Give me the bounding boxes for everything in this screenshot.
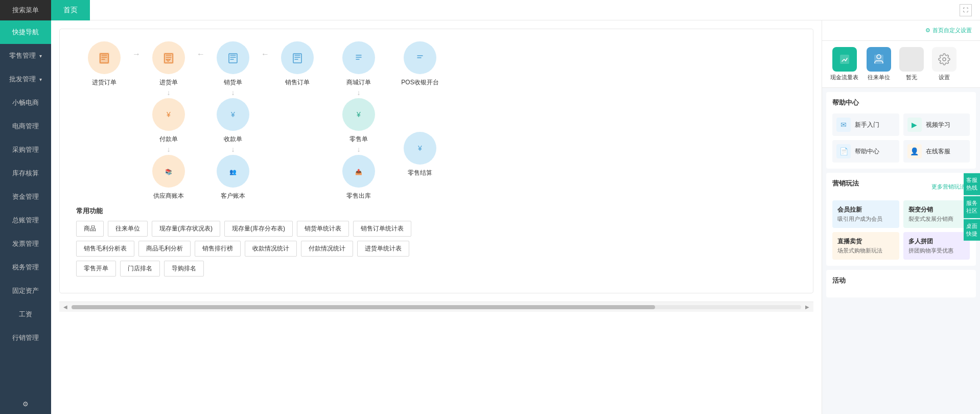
sidebar-item-marketing-mgmt[interactable]: 行销管理 [0,326,51,350]
func-btn-purchase-stat[interactable]: 进货单统计表 [357,241,409,257]
mall-order-icon[interactable] [342,41,375,74]
pos-icon[interactable] [404,41,436,74]
cashflow-label: 现金流量表 [830,74,858,81]
sidebar-item-finance[interactable]: 资金管理 [0,185,51,209]
sidebar-item-salary[interactable]: 工资 [0,303,51,326]
func-btn-receipt-stat[interactable]: 收款情况统计 [245,241,297,257]
svg-text:📚: 📚 [165,168,172,175]
help-grid: ✉ 新手入门 ▶ 视频学习 📄 帮助中心 👤 在线客服 [832,113,970,163]
main-panel: 进货订单 → 进货单 ↓ [51,20,822,414]
video-icon: ▶ [907,118,922,132]
float-btn-desktop[interactable]: 桌面快捷 [964,219,980,241]
marketing-group[interactable]: 多人拼团 拼团购物享受优惠 [903,232,970,260]
func-btn-product[interactable]: 商品 [76,221,104,237]
func-btn-partner[interactable]: 往来单位 [108,221,148,237]
quick-icon-settings[interactable]: 设置 [932,47,956,81]
group-title: 多人拼团 [908,237,965,246]
retail-out-icon[interactable]: 📤 [342,155,375,188]
sidebar-item-ledger[interactable]: 总账管理 [0,209,51,232]
svg-text:¥: ¥ [417,144,422,152]
scroll-right-btn[interactable]: ▶ [803,304,811,310]
marketing-fission[interactable]: 裂变分销 裂变式发展分销商 [903,200,970,228]
func-btn-stock-status[interactable]: 现存量(库存状况表) [152,221,220,237]
search-menu[interactable]: 搜索菜单 [0,0,51,20]
scroll-left-btn[interactable]: ◀ [61,304,69,310]
func-btn-guide-rank[interactable]: 导购排名 [164,261,204,277]
svg-rect-18 [418,61,422,63]
func-btn-retail-order[interactable]: 零售开单 [76,261,116,277]
help-item-service[interactable]: 👤 在线客服 [903,140,970,163]
float-btn-service[interactable]: 客服热线 [964,173,980,195]
none-icon-box [899,47,924,72]
sidebar-item-purchase[interactable]: 采购管理 [0,138,51,162]
sidebar-settings[interactable]: ⚙ [0,394,51,414]
help-item-help[interactable]: 📄 帮助中心 [832,140,899,163]
sidebar-item-ecommerce[interactable]: 电商管理 [0,114,51,138]
help-item-beginner[interactable]: ✉ 新手入门 [832,113,899,136]
arrow-mall-down: ↓ [357,89,361,96]
quick-icon-partner[interactable]: 往来单位 [867,47,891,81]
func-btn-product-margin[interactable]: 商品毛利分析 [138,241,191,257]
svg-text:👥: 👥 [229,168,237,175]
help-item-video[interactable]: ▶ 视频学习 [903,113,970,136]
marketing-member[interactable]: 会员拉新 吸引用户成为会员 [832,200,899,228]
quick-nav-icons: ⚙ 首页自定义设置 [822,20,980,41]
marketing-live[interactable]: 直播卖货 场景式购物新玩法 [832,232,899,260]
func-btn-sale-rank[interactable]: 销售排行榜 [195,241,241,257]
group-desc: 拼团购物享受优惠 [908,247,965,255]
sale-order-icon[interactable] [281,41,314,74]
retail-out-label: 零售出库 [346,192,371,200]
common-functions-title: 常用功能 [76,206,797,216]
retail-settle-icon[interactable]: ¥ [404,132,436,165]
payment-in-icon[interactable]: ¥ [217,98,249,131]
gear-icon: ⚙ [925,27,930,34]
func-btn-sale-stat[interactable]: 销货单统计表 [297,221,349,237]
svg-rect-17 [415,54,425,61]
sidebar-item-quick-nav[interactable]: 快捷导航 [0,20,51,44]
customer-account-icon[interactable]: 👥 [217,155,249,188]
func-btn-payment-stat[interactable]: 付款情况统计 [301,241,353,257]
marketing-section: 营销玩法 更多营销玩法 > 会员拉新 吸引用户成为会员 裂变分销 裂变式发展分销… [826,173,976,266]
sidebar-item-retail[interactable]: 零售管理 ▾ [0,44,51,67]
main-panel-inner: 进货订单 → 进货单 ↓ [51,20,822,320]
sidebar-item-tax[interactable]: 税务管理 [0,256,51,279]
sale-doc-icon[interactable] [217,41,249,74]
settings-label: 设置 [939,74,950,81]
func-btn-stock-dist[interactable]: 现存量(库存分布表) [224,221,293,237]
payment-out-icon[interactable]: ¥ [152,98,185,131]
supplier-account-icon[interactable]: 📚 [152,155,185,188]
tab-home[interactable]: 首页 [51,0,90,20]
quick-icon-none[interactable]: 暂无 [899,47,924,81]
cashflow-icon-box [832,47,857,72]
sidebar: 快捷导航 零售管理 ▾ 批发管理 ▾ 小畅电商 电商管理 采购管理 库存核算 资… [0,20,51,414]
marketing-title: 营销玩法 [832,179,859,188]
col-sale-order: 销售订单 [269,41,325,87]
quick-icon-cashflow[interactable]: 现金流量表 [830,47,858,81]
pos-label: POS收银开台 [401,78,438,87]
func-grid-2: 销售毛利分析表 商品毛利分析 销售排行榜 收款情况统计 付款情况统计 进货单统计… [76,241,797,257]
customize-setting[interactable]: ⚙ 首页自定义设置 [925,27,972,34]
live-title: 直播卖货 [837,237,894,246]
purchase-order-label: 进货订单 [92,78,116,87]
col-sale-doc: 销货单 ↓ ¥ 收款单 ↓ 👥 客户账本 [205,41,261,200]
customer-account-label: 客户账本 [221,192,245,200]
top-right: ⛶ [960,4,980,16]
flow-diagram: 进货订单 → 进货单 ↓ [59,29,813,293]
func-btn-store-rank[interactable]: 门店排名 [120,261,160,277]
sidebar-item-inventory[interactable]: 库存核算 [0,162,51,185]
node-purchase-order[interactable]: 进货订单 [76,41,132,87]
help-doc-icon: 📄 [836,144,851,158]
func-btn-sale-margin[interactable]: 销售毛利分析表 [76,241,134,257]
scroll-thumb [72,305,655,309]
sidebar-item-invoice[interactable]: 发票管理 [0,232,51,256]
sidebar-item-assets[interactable]: 固定资产 [0,279,51,303]
func-btn-sale-order-stat[interactable]: 销售订单统计表 [353,221,411,237]
supplier-account-label: 供应商账本 [153,192,184,200]
fullscreen-button[interactable]: ⛶ [960,4,972,16]
retail-order-icon[interactable]: ¥ [342,98,375,131]
sidebar-item-xiaocc[interactable]: 小畅电商 [0,91,51,114]
float-btn-community[interactable]: 服务社区 [964,196,980,218]
sidebar-item-wholesale[interactable]: 批发管理 ▾ [0,67,51,91]
purchase-icon[interactable] [152,41,185,74]
retail-settle-label: 零售结算 [408,169,432,177]
